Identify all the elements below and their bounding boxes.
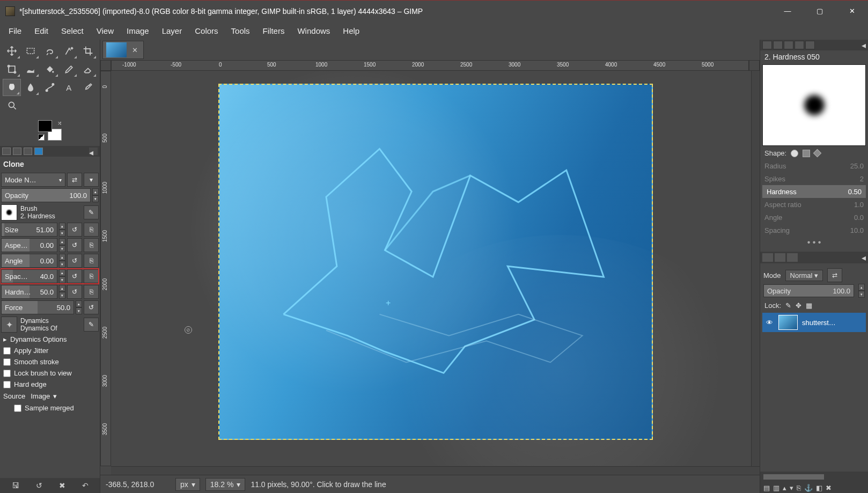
swap-colors-icon[interactable]: ⤭ (57, 120, 62, 126)
new-group-icon[interactable]: ▥ (773, 484, 779, 492)
dock-tab-4[interactable] (34, 148, 43, 155)
layer-opacity-slider[interactable]: Opacity100.0 (763, 284, 854, 297)
shape-circle-icon[interactable] (791, 150, 798, 157)
dock-tab-3[interactable] (24, 148, 32, 155)
apply-jitter-checkbox[interactable] (3, 347, 11, 355)
menu-layer[interactable]: Layer (156, 23, 189, 39)
hardness-slider[interactable]: Hardn…50.0 (1, 285, 57, 299)
opacity-spin[interactable]: ▴▾ (92, 188, 99, 202)
menu-view[interactable]: View (90, 23, 120, 39)
warp-tool-icon[interactable] (22, 61, 40, 78)
layer-item[interactable]: 👁 shutterst… (762, 313, 866, 332)
merge-layer-icon[interactable]: ⚓ (804, 484, 813, 492)
color-swatch[interactable]: ⤭ (0, 117, 100, 146)
fg-color[interactable] (38, 120, 52, 132)
hardness-link-icon[interactable]: ⎘ (84, 285, 99, 299)
layer-mode-select[interactable]: Normal▾ (785, 270, 823, 281)
aspect-reset-icon[interactable]: ↺ (67, 238, 82, 252)
force-reset-icon[interactable]: ↺ (84, 300, 99, 314)
clone-tool-icon[interactable] (3, 79, 21, 96)
menu-colors[interactable]: Colors (188, 23, 224, 39)
paths-tool-icon[interactable] (41, 79, 59, 96)
image-tab[interactable]: ✕ (102, 41, 144, 59)
dock-config-icon[interactable]: ◂ (89, 148, 98, 155)
horizontal-scrollbar[interactable] (111, 466, 760, 475)
menu-file[interactable]: File (2, 23, 28, 39)
color-picker-tool-icon[interactable] (79, 79, 97, 96)
free-select-tool-icon[interactable] (41, 42, 59, 60)
dock-tab-2[interactable] (13, 148, 21, 155)
shape-square-icon[interactable] (803, 150, 810, 157)
layers-tab-icon[interactable] (762, 253, 773, 262)
menu-filters[interactable]: Filters (256, 23, 291, 39)
spacing-reset-icon[interactable]: ↺ (67, 269, 82, 283)
pencil-tool-icon[interactable] (60, 61, 78, 78)
brush-tab-3[interactable] (784, 41, 793, 49)
mode-menu-icon[interactable]: ▾ (84, 173, 99, 187)
brush-tab-1[interactable] (762, 41, 772, 49)
sample-merged-checkbox[interactable] (14, 404, 21, 412)
angle-link-icon[interactable]: ⎘ (84, 254, 99, 268)
hard-edge-checkbox[interactable] (3, 381, 11, 388)
brush-angle[interactable]: Angle0.0 (760, 211, 868, 224)
dynamics-name[interactable]: Dynamics Of (20, 325, 80, 332)
paths-tab-icon[interactable] (787, 253, 798, 262)
brush-aspect[interactable]: Aspect ratio1.0 (760, 198, 868, 211)
brush-edit-icon[interactable]: ✎ (84, 205, 99, 219)
opacity-slider[interactable]: Opacity100.0 (1, 188, 91, 202)
menu-help[interactable]: Help (336, 23, 366, 39)
dynamics-thumb[interactable]: ✦ (1, 317, 17, 333)
angle-reset-icon[interactable]: ↺ (67, 254, 82, 268)
text-tool-icon[interactable]: A (60, 79, 78, 96)
delete-preset-icon[interactable]: ✖ (59, 481, 65, 490)
duplicate-layer-icon[interactable]: ⎘ (797, 484, 801, 492)
menu-image[interactable]: Image (120, 23, 156, 39)
ruler-corner[interactable] (100, 60, 111, 71)
size-reset-icon[interactable]: ↺ (67, 223, 82, 237)
brush-hardness[interactable]: Hardness0.50 (762, 185, 866, 198)
smudge-tool-icon[interactable] (22, 79, 40, 96)
nav-button-icon[interactable] (749, 60, 760, 71)
rect-select-tool-icon[interactable] (22, 42, 40, 60)
blend-mode-select[interactable]: Mode N…▾ (1, 173, 65, 187)
size-slider[interactable]: Size51.00 (1, 223, 57, 237)
dock-tab-1[interactable] (2, 148, 11, 155)
brush-name[interactable]: 2. Hardness (20, 212, 80, 220)
lower-layer-icon[interactable]: ▾ (790, 484, 793, 492)
menu-edit[interactable]: Edit (28, 23, 55, 39)
default-colors-icon[interactable] (38, 134, 45, 141)
unit-select[interactable]: px▾ (175, 478, 200, 491)
delete-layer-icon[interactable]: ✖ (826, 484, 832, 492)
lock-pixels-icon[interactable]: ✎ (785, 301, 791, 310)
zoom-tool-icon[interactable] (3, 97, 22, 114)
angle-slider[interactable]: Angle0.00 (1, 254, 57, 268)
close-button[interactable]: ✕ (836, 1, 868, 22)
dynamics-edit-icon[interactable]: ✎ (84, 318, 99, 332)
crop-tool-icon[interactable] (79, 42, 97, 60)
brush-radius[interactable]: Radius25.0 (760, 159, 868, 172)
vertical-ruler[interactable]: 0500100015002000250030003500 (100, 71, 111, 466)
lock-alpha-icon[interactable]: ▦ (806, 301, 812, 310)
minimize-button[interactable]: — (771, 1, 804, 22)
channels-tab-icon[interactable] (775, 253, 785, 262)
force-slider[interactable]: Force50.0 (1, 300, 74, 314)
canvas-viewport[interactable]: + ⊘ (111, 71, 751, 466)
lock-brush-checkbox[interactable] (3, 370, 11, 377)
lock-position-icon[interactable]: ✥ (796, 301, 801, 310)
aspect-slider[interactable]: Aspe…0.00 (1, 238, 57, 252)
mode-swap-icon[interactable]: ⇄ (67, 173, 82, 187)
expand-handle-icon[interactable]: • • • (760, 237, 868, 248)
bucket-fill-tool-icon[interactable] (41, 61, 59, 78)
shape-diamond-icon[interactable] (813, 149, 822, 158)
restore-preset-icon[interactable]: ↺ (36, 481, 42, 490)
move-tool-icon[interactable] (3, 42, 21, 60)
layer-scroll[interactable] (760, 472, 868, 482)
save-preset-icon[interactable]: 🖫 (12, 481, 19, 490)
layer-name[interactable]: shutterst… (802, 319, 836, 327)
layers-dock-menu-icon[interactable]: ◂ (862, 253, 866, 263)
smooth-stroke-checkbox[interactable] (3, 358, 11, 366)
visibility-icon[interactable]: 👁 (764, 319, 774, 327)
canvas-image[interactable]: + ⊘ (218, 84, 653, 440)
dynamics-options-expander[interactable]: ▸Dynamics Options (1, 334, 99, 345)
brush-preview[interactable] (762, 64, 866, 146)
